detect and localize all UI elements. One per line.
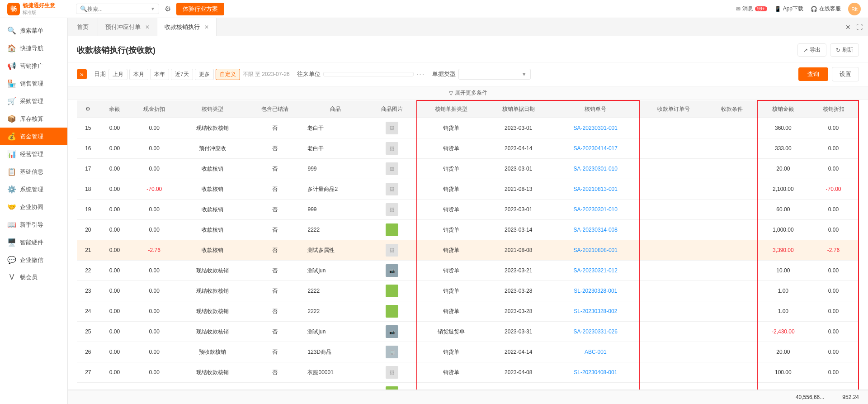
settings-button[interactable]: 设置	[832, 67, 859, 81]
sidebar-item-finance[interactable]: 💰 资金管理	[0, 128, 67, 145]
cell-cancel-type: 收款核销	[179, 159, 246, 179]
tab-home[interactable]: 首页	[68, 18, 98, 36]
tab-expand-button[interactable]: ⛶	[854, 22, 864, 33]
export-button[interactable]: ↗ 导出	[797, 43, 826, 57]
sidebar-item-sales[interactable]: 🏪 销售管理	[0, 75, 67, 92]
avatar[interactable]: Rit	[848, 3, 861, 15]
expand-conditions-button[interactable]: ▽ 展开更多条件	[449, 89, 487, 97]
page-header-actions: ↗ 导出 ↻ 刷新	[797, 43, 859, 57]
hardware-icon: 🖥️	[7, 238, 16, 247]
sidebar-item-purchase[interactable]: 🛒 采购管理	[0, 92, 67, 110]
cell-cancel-voucher-no[interactable]: SL-20230418-001	[552, 383, 639, 390]
app-download-item[interactable]: 📱 App下载	[774, 5, 803, 13]
date-more[interactable]: 更多	[195, 69, 214, 80]
cell-cancel-voucher-type: 销货单	[417, 383, 485, 390]
cell-cancel-amount: 20.00	[757, 159, 809, 179]
cell-product: 999	[304, 159, 367, 179]
sidebar-item-wechat[interactable]: 💬 企业微信	[0, 251, 67, 269]
cell-cancel-voucher-no[interactable]: SL-20230328-002	[552, 301, 639, 322]
cell-cancel-type: 现结收款核销	[179, 281, 246, 301]
sidebar-item-inventory[interactable]: 📦 库存核算	[0, 110, 67, 128]
refresh-button[interactable]: ↻ 刷新	[830, 43, 859, 57]
search-box[interactable]: 🔍 ▼	[76, 4, 159, 14]
sidebar-item-corp[interactable]: 🤝 企业协同	[0, 198, 67, 216]
sidebar-item-marketing[interactable]: 📢 营销推广	[0, 57, 67, 75]
trial-button[interactable]: 体验行业方案	[176, 3, 224, 15]
online-support-item[interactable]: 🎧 在线客服	[811, 5, 841, 13]
corp-icon: 🤝	[7, 203, 16, 211]
cell-receipt-order-no	[639, 342, 707, 362]
cell-cancel-voucher-no[interactable]: SL-20230328-001	[552, 281, 639, 301]
th-settings[interactable]: ⚙	[77, 100, 99, 118]
logo-text: 畅捷通好生意 标准版	[23, 2, 55, 16]
tab-prepay-close[interactable]: ✕	[145, 24, 150, 30]
cell-balance: 0.00	[99, 301, 130, 322]
cell-product-img: 🏢	[367, 342, 417, 362]
table-row: 16 0.00 0.00 预付冲应收 否 老白干 🖼 销货单 2023-04-1…	[77, 138, 859, 159]
sidebar-label-guide: 新手引导	[20, 221, 43, 229]
tab-prepay[interactable]: 预付冲应付单 ✕	[98, 18, 157, 36]
cell-cancel-voucher-type: 销货单	[417, 220, 485, 240]
sidebar-item-hardware[interactable]: 🖥️ 智能硬件	[0, 233, 67, 251]
sidebar-label-finance: 资金管理	[20, 133, 43, 141]
sidebar-item-search[interactable]: 🔍 搜索菜单	[0, 22, 67, 39]
cell-cancel-voucher-no[interactable]: SA-20230301-001	[552, 118, 639, 138]
date-range: 不限 至 2023-07-26	[243, 71, 290, 78]
sidebar-item-guide[interactable]: 📖 新手引导	[0, 216, 67, 233]
cell-cancel-voucher-no[interactable]: SA-20230331-026	[552, 322, 639, 342]
cell-cancel-voucher-no[interactable]: SA-20230414-017	[552, 138, 639, 159]
cell-cancel-voucher-no[interactable]: SL-20230408-001	[552, 362, 639, 383]
cell-include-settled: 否	[246, 200, 304, 220]
tab-receipt-cancel[interactable]: 收款核销执行 ✕	[157, 18, 217, 36]
cell-product: 测试多属性	[304, 240, 367, 261]
voucher-type-select[interactable]: ▼	[458, 69, 531, 80]
th-cancel-voucher-date: 核销单据日期	[485, 100, 552, 118]
date-this-year[interactable]: 本年	[150, 69, 169, 80]
query-button[interactable]: 查询	[798, 67, 828, 81]
date-last-month[interactable]: 上月	[108, 69, 127, 80]
from-unit-input[interactable]	[323, 72, 414, 76]
cell-cancel-voucher-no[interactable]: SA-20230301-010	[552, 159, 639, 179]
tab-close-button[interactable]: ✕	[844, 22, 853, 33]
logo: 畅 畅捷通好生意 标准版	[7, 2, 71, 16]
message-item[interactable]: ✉ 消息 99+	[736, 5, 767, 13]
gear-icon[interactable]: ⚙	[165, 5, 171, 13]
table-row: 20 0.00 0.00 收款核销 否 2222 销货单 2023-03-14 …	[77, 220, 859, 240]
cell-cancel-voucher-no[interactable]: SA-20230301-010	[552, 200, 639, 220]
cell-cash-discount: 0.00	[130, 342, 179, 362]
sidebar-item-system[interactable]: ⚙️ 系统管理	[0, 181, 67, 198]
date-last-7-days[interactable]: 近7天	[171, 69, 193, 80]
sidebar-item-basic[interactable]: 📋 基础信息	[0, 163, 67, 181]
search-input[interactable]	[87, 6, 151, 12]
th-cancel-voucher-type: 核销单据类型	[417, 100, 485, 118]
cell-cancel-voucher-type: 销货单	[417, 200, 485, 220]
cell-cash-discount: -2.76	[130, 240, 179, 261]
sidebar-item-ops[interactable]: 📊 经营管理	[0, 145, 67, 163]
cell-cancel-voucher-date: 2021-08-08	[485, 240, 552, 261]
table-container[interactable]: ⚙ 余额 现金折扣 核销类型 包含已结清 商品 商品图片 核销单据类型 核销单据…	[68, 100, 868, 390]
column-settings-icon[interactable]: ⚙	[85, 106, 90, 112]
cell-receipt-order-no	[639, 240, 707, 261]
sidebar-label-quick-nav: 快捷导航	[20, 44, 43, 52]
cell-receipt-condition	[708, 220, 757, 240]
cell-cancel-voucher-no[interactable]: SA-20210808-001	[552, 240, 639, 261]
cell-cancel-voucher-type: 销货单	[417, 281, 485, 301]
sidebar: 🔍 搜索菜单 🏠 快捷导航 📢 营销推广 🏪 销售管理 🛒 采购管理 📦 库存核…	[0, 18, 68, 404]
cell-cancel-voucher-no[interactable]: SA-20210813-001	[552, 179, 639, 200]
cell-cancel-discount: 0.00	[809, 301, 859, 322]
cell-cancel-voucher-no[interactable]: SA-20230314-008	[552, 220, 639, 240]
sidebar-item-vip[interactable]: V 畅会员	[0, 269, 67, 286]
table-footer: 40,556,66... 952.24	[68, 390, 868, 404]
cell-cancel-voucher-no[interactable]: SA-20230321-012	[552, 261, 639, 281]
cell-row-num: 16	[77, 138, 99, 159]
date-this-month[interactable]: 本月	[129, 69, 148, 80]
cell-receipt-condition	[708, 362, 757, 383]
tab-receipt-cancel-close[interactable]: ✕	[204, 24, 209, 30]
cell-cancel-voucher-no[interactable]: ABC-001	[552, 342, 639, 362]
date-custom[interactable]: 自定义	[216, 69, 240, 80]
cell-receipt-condition	[708, 159, 757, 179]
filter-expand-button[interactable]: »	[77, 69, 87, 79]
cell-cancel-voucher-date: 2022-04-14	[485, 342, 552, 362]
sidebar-item-quick-nav[interactable]: 🏠 快捷导航	[0, 39, 67, 57]
cell-product: 测试jun	[304, 322, 367, 342]
